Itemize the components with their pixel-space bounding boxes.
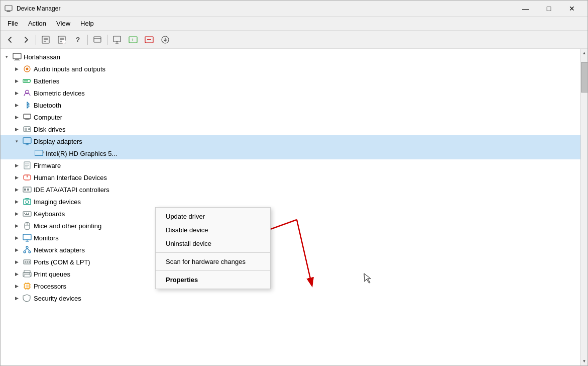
driver-update-button[interactable]: i — [54, 33, 69, 47]
tree-item-monitors[interactable]: ▶ Monitors — [1, 232, 580, 244]
expand-disk[interactable]: ▶ — [13, 125, 21, 133]
security-label: Security devices — [34, 295, 81, 302]
tree-view[interactable]: ▾ Horlahassan ▶ — [1, 49, 580, 365]
svg-rect-34 — [24, 114, 31, 119]
battery-icon — [23, 76, 32, 85]
menu-view[interactable]: View — [51, 19, 75, 28]
disk-label: Disk drives — [34, 126, 66, 133]
expand-print[interactable]: ▶ — [13, 270, 21, 278]
expand-bluetooth[interactable]: ▶ — [13, 101, 21, 109]
svg-rect-13 — [94, 37, 101, 42]
tree-item-display[interactable]: ▾ Display adapters — [1, 135, 580, 147]
scroll-up-arrow[interactable]: ▲ — [581, 49, 588, 57]
expand-biometric[interactable]: ▶ — [13, 89, 21, 97]
window-controls: — □ ✕ — [514, 1, 583, 17]
scrollbar[interactable]: ▲ ▼ — [580, 49, 587, 365]
tree-item-firmware[interactable]: ▶ Firmware — [1, 159, 580, 171]
forward-button[interactable] — [19, 33, 34, 47]
device-manager-window: Device Manager — □ ✕ File Action View He… — [0, 0, 588, 366]
tree-item-audio[interactable]: ▶ Audio inputs and outputs — [1, 63, 580, 75]
expand-ide[interactable]: ▶ — [13, 186, 21, 194]
context-scan-hardware[interactable]: Scan for hardware changes — [156, 255, 270, 268]
computer-icon — [13, 52, 22, 61]
scroll-down-arrow[interactable]: ▼ — [581, 357, 588, 365]
audio-icon — [23, 64, 32, 73]
menu-bar: File Action View Help — [1, 17, 587, 31]
minimize-button[interactable]: — — [514, 1, 537, 17]
monitor-button[interactable] — [109, 33, 125, 47]
tree-item-print[interactable]: ▶ Print queues — [1, 268, 580, 280]
scroll-thumb[interactable] — [581, 62, 588, 93]
expand-batteries[interactable]: ▶ — [13, 77, 21, 85]
context-uninstall-device[interactable]: Uninstall device — [156, 237, 270, 250]
tree-item-security[interactable]: ▶ Security devices — [1, 292, 580, 304]
expand-keyboards[interactable]: ▶ — [13, 210, 21, 218]
maximize-button[interactable]: □ — [537, 1, 560, 17]
expand-monitors[interactable]: ▶ — [13, 234, 21, 242]
tree-item-imaging[interactable]: ▶ Imaging devices — [1, 196, 580, 208]
expand-security[interactable]: ▶ — [13, 294, 21, 302]
svg-rect-79 — [27, 261, 28, 263]
tree-root[interactable]: ▾ Horlahassan — [1, 51, 580, 63]
expand-hid[interactable]: ▶ — [13, 173, 21, 181]
context-properties[interactable]: Properties — [156, 273, 270, 287]
tree-item-computer[interactable]: ▶ Computer — [1, 111, 580, 123]
tree-item-bluetooth[interactable]: ▶ Bluetooth — [1, 99, 580, 111]
svg-rect-64 — [28, 213, 29, 214]
expand-firmware[interactable]: ▶ — [13, 161, 21, 169]
expand-root[interactable]: ▾ — [3, 53, 11, 61]
expand-audio[interactable]: ▶ — [13, 65, 21, 73]
menu-file[interactable]: File — [3, 19, 23, 28]
expand-network[interactable]: ▶ — [13, 246, 21, 254]
tree-item-hid[interactable]: ▶ Human Interface Devices — [1, 171, 580, 184]
menu-help[interactable]: Help — [75, 19, 99, 28]
tree-item-ports[interactable]: ▶ Ports (COM & LPT) — [1, 256, 580, 268]
svg-rect-57 — [24, 189, 26, 191]
expand-ports[interactable]: ▶ — [13, 258, 21, 266]
tree-item-disk[interactable]: ▶ Disk drives — [1, 123, 580, 135]
context-update-driver[interactable]: Update driver — [156, 210, 270, 223]
monitors-label: Monitors — [34, 234, 59, 242]
app-icon — [5, 5, 13, 13]
svg-rect-2 — [6, 12, 11, 12]
close-button[interactable]: ✕ — [560, 1, 583, 17]
bluetooth-label: Bluetooth — [34, 102, 61, 109]
help-button[interactable]: ? — [70, 33, 85, 47]
tree-item-processors[interactable]: ▶ — [1, 280, 580, 292]
tree-item-intel-graphics[interactable]: ▶ Intel(R) HD Graphics 5... — [1, 147, 580, 159]
properties-button[interactable] — [38, 33, 53, 47]
svg-text:+: + — [131, 37, 134, 43]
svg-rect-80 — [29, 261, 30, 263]
add-legacy-button[interactable]: + — [126, 33, 141, 47]
computer-label: Computer — [34, 114, 62, 121]
tree-item-ide[interactable]: ▶ IDE ATA/ATAPI controllers — [1, 184, 580, 196]
expand-imaging[interactable]: ▶ — [13, 198, 21, 206]
tree-item-keyboards[interactable]: ▶ Keyboards — [1, 208, 580, 220]
expand-display[interactable]: ▾ — [13, 137, 21, 145]
download-button[interactable] — [158, 33, 173, 47]
tree-item-biometric[interactable]: ▶ Biometric devices — [1, 87, 580, 99]
svg-rect-32 — [24, 80, 28, 81]
show-hidden-button[interactable] — [90, 33, 105, 47]
scroll-track[interactable] — [581, 57, 588, 357]
remove-button[interactable] — [142, 33, 157, 47]
tree-item-mice[interactable]: ▶ Mice and other pointing — [1, 220, 580, 232]
context-disable-device[interactable]: Disable device — [156, 223, 270, 237]
tree-item-batteries[interactable]: ▶ Batteries — [1, 75, 580, 87]
root-label: Horlahassan — [24, 53, 60, 61]
mice-label: Mice and other pointing — [34, 222, 101, 230]
ide-icon — [23, 185, 32, 194]
intel-graphics-label: Intel(R) HD Graphics 5... — [46, 150, 117, 157]
menu-action[interactable]: Action — [23, 19, 51, 28]
tree-item-network[interactable]: ▶ Network adapters — [1, 244, 580, 256]
processor-icon — [23, 282, 32, 291]
mice-icon — [23, 221, 32, 230]
back-button[interactable] — [3, 33, 18, 47]
expand-computer[interactable]: ▶ — [13, 113, 21, 121]
expand-mice[interactable]: ▶ — [13, 222, 21, 230]
biometric-label: Biometric devices — [34, 89, 85, 97]
svg-rect-62 — [24, 213, 25, 214]
expand-processors[interactable]: ▶ — [13, 282, 21, 290]
main-content: ▾ Horlahassan ▶ — [1, 49, 587, 365]
svg-line-75 — [25, 248, 27, 251]
